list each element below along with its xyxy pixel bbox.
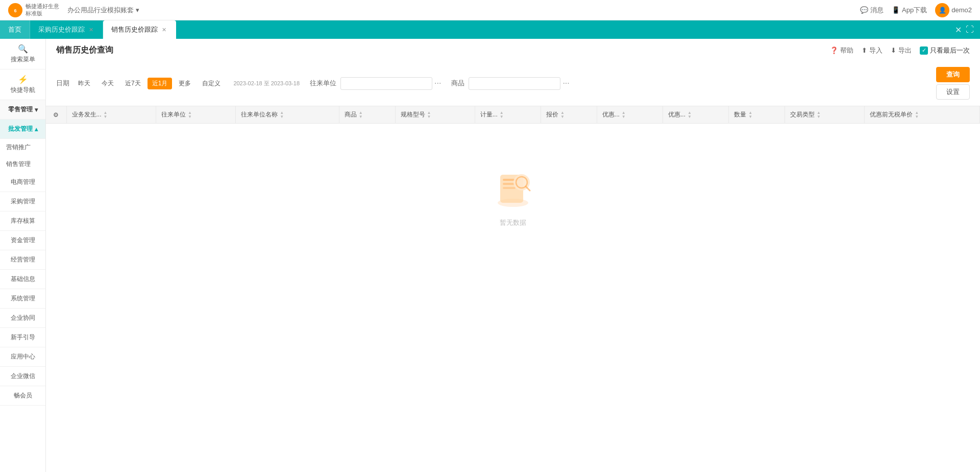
th-biz-date[interactable]: 业务发生... ▲▼	[66, 106, 156, 124]
workspace-selector[interactable]: 办公用品行业模拟账套 ▾	[63, 4, 143, 17]
sidebar-sub-sales-mgmt[interactable]: 销售管理	[0, 156, 45, 173]
th-qty[interactable]: 数量 ▲▼	[729, 106, 785, 124]
sidebar-item-purchase-mgmt[interactable]: 采购管理	[0, 192, 45, 211]
date-btn-more[interactable]: 更多	[174, 78, 195, 89]
sidebar-item-enterprise-wechat[interactable]: 企业微信	[0, 367, 45, 386]
sidebar-item-search[interactable]: 🔍 搜索菜单	[0, 39, 45, 69]
help-button[interactable]: ❓ 帮助	[830, 46, 853, 55]
logo-icon: 6	[8, 3, 22, 17]
th-unit[interactable]: 计量... ▲▼	[475, 106, 541, 124]
tab-purchase-history[interactable]: 采购历史价跟踪 ✕	[30, 20, 103, 39]
header-right: 💬 消息 📱 App下载 👤 demo2	[860, 3, 972, 17]
table-header-row: ⚙ 业务发生... ▲▼ 往来单位 ▲▼	[46, 106, 980, 124]
th-unit-code[interactable]: 往来单位 ▲▼	[156, 106, 236, 124]
import-icon: ⬆	[862, 46, 867, 54]
top-header: 6 畅捷通好生意 标准版 办公用品行业模拟账套 ▾ 💬 消息 📱 App下载 👤	[0, 0, 980, 20]
sidebar-wholesale-mgmt-label: 批发管理	[8, 125, 33, 133]
th-goods[interactable]: 商品 ▲▼	[339, 106, 395, 124]
goods-input-group: ···	[469, 77, 569, 90]
sidebar-item-ecommerce[interactable]: 电商管理	[0, 173, 45, 192]
from-unit-filter-group: 往来单位 ···	[310, 77, 441, 90]
tab-window-actions: ✕ ⛶	[949, 25, 980, 35]
message-icon: 💬	[860, 6, 868, 14]
sidebar-marketing-label: 营销推广	[6, 144, 31, 151]
from-unit-input-group: ···	[340, 77, 441, 90]
th-spec[interactable]: 规格型号 ▲▼	[395, 106, 475, 124]
tab-home[interactable]: 首页	[0, 20, 30, 39]
th-discount1[interactable]: 优惠... ▲▼	[597, 106, 663, 124]
tab-sales-history[interactable]: 销售历史价跟踪 ✕	[103, 20, 176, 39]
chevron-up-icon: ▴	[35, 126, 38, 133]
goods-dots[interactable]: ···	[562, 79, 569, 88]
th-quote[interactable]: 报价 ▲▼	[541, 106, 597, 124]
sidebar-operations-label: 经营管理	[11, 255, 35, 264]
sidebar-item-enterprise-collab[interactable]: 企业协同	[0, 309, 45, 328]
sidebar-search-label: 搜索菜单	[11, 55, 35, 64]
date-btn-custom[interactable]: 自定义	[198, 78, 225, 89]
sidebar-item-wholesale-mgmt[interactable]: 批发管理 ▴	[0, 120, 45, 139]
settings-button[interactable]: 设置	[936, 84, 970, 100]
import-label: 导入	[869, 46, 883, 55]
sidebar-sub-marketing[interactable]: 营销推广	[0, 139, 45, 156]
sidebar-enterprise-collab-label: 企业协同	[11, 314, 35, 322]
date-filter-group: 日期 昨天 今天 近7天 近1月 更多 自定义 2023-02-18 至 202…	[56, 78, 300, 89]
sidebar-item-app-center[interactable]: 应用中心	[0, 347, 45, 367]
help-label: 帮助	[840, 46, 853, 55]
sidebar-purchase-mgmt-label: 采购管理	[11, 197, 35, 206]
maximize-window-icon[interactable]: ⛶	[966, 25, 974, 34]
import-button[interactable]: ⬆ 导入	[862, 46, 883, 55]
sidebar-item-retail-mgmt[interactable]: 零售管理 ▾	[0, 100, 45, 120]
date-btn-yesterday[interactable]: 昨天	[74, 78, 95, 89]
purchase-history-tab-label: 采购历史价跟踪	[38, 25, 85, 34]
goods-input[interactable]	[469, 77, 560, 90]
logo-text: 畅捷通好生意 标准版	[26, 3, 59, 16]
message-action[interactable]: 💬 消息	[860, 6, 884, 15]
close-window-icon[interactable]: ✕	[955, 25, 962, 35]
date-btn-today[interactable]: 今天	[97, 78, 118, 89]
th-gear[interactable]: ⚙	[46, 106, 66, 124]
app-download-label: App下载	[902, 6, 927, 15]
no-data-illustration	[490, 164, 536, 212]
chevron-down-icon: ▾	[136, 6, 139, 14]
page-title-row: 销售历史价查询 ❓ 帮助 ⬆ 导入 ⬇ 导出 ✓	[56, 45, 970, 56]
th-unit-name[interactable]: 往来单位名称 ▲▼	[236, 106, 339, 124]
sidebar-item-member[interactable]: 畅会员	[0, 386, 45, 406]
chevron-down-icon: ▾	[35, 106, 38, 113]
svg-text:6: 6	[14, 8, 16, 13]
query-button[interactable]: 查询	[936, 67, 970, 82]
close-sales-history-tab-icon[interactable]: ✕	[161, 26, 167, 34]
header-left: 6 畅捷通好生意 标准版 办公用品行业模拟账套 ▾	[8, 3, 143, 17]
sidebar-item-operations[interactable]: 经营管理	[0, 250, 45, 270]
th-pre-tax[interactable]: 优惠前无税单价 ▲▼	[865, 106, 980, 124]
sidebar-item-new-guide[interactable]: 新手引导	[0, 328, 45, 347]
date-btn-1month[interactable]: 近1月	[148, 78, 173, 89]
sidebar-item-quick-nav[interactable]: ⚡ 快捷导航	[0, 69, 45, 100]
message-label: 消息	[870, 6, 884, 15]
export-button[interactable]: ⬇ 导出	[891, 46, 912, 55]
sidebar-item-finance[interactable]: 资金管理	[0, 231, 45, 250]
sidebar-item-basic-info[interactable]: 基础信息	[0, 270, 45, 289]
logo-area: 6 畅捷通好生意 标准版	[8, 3, 59, 17]
only-last-checkbox[interactable]: ✓ 只看最后一次	[920, 46, 970, 55]
sidebar-item-inventory[interactable]: 库存核算	[0, 211, 45, 231]
from-unit-label: 往来单位	[310, 79, 336, 88]
sidebar-inventory-label: 库存核算	[11, 217, 35, 225]
date-btn-7days[interactable]: 近7天	[120, 78, 145, 89]
sidebar-item-system[interactable]: 系统管理	[0, 289, 45, 309]
from-unit-input[interactable]	[340, 77, 432, 90]
tab-bar: 首页 采购历史价跟踪 ✕ 销售历史价跟踪 ✕ ✕ ⛶	[0, 20, 980, 39]
app-download-action[interactable]: 📱 App下载	[892, 6, 927, 15]
date-range-text: 2023-02-18 至 2023-03-18	[233, 80, 300, 87]
close-purchase-history-tab-icon[interactable]: ✕	[88, 26, 94, 34]
sidebar-basic-info-label: 基础信息	[11, 275, 35, 284]
th-tx-type[interactable]: 交易类型 ▲▼	[785, 106, 865, 124]
content-area: 销售历史价查询 ❓ 帮助 ⬆ 导入 ⬇ 导出 ✓	[46, 39, 980, 472]
workspace-label: 办公用品行业模拟账套	[67, 6, 134, 15]
svg-rect-6	[503, 187, 516, 189]
user-avatar-action[interactable]: 👤 demo2	[935, 3, 972, 17]
sidebar-enterprise-wechat-label: 企业微信	[11, 372, 35, 381]
page-actions: ❓ 帮助 ⬆ 导入 ⬇ 导出 ✓ 只看最后一次	[830, 46, 970, 55]
main-layout: 🔍 搜索菜单 ⚡ 快捷导航 零售管理 ▾ 批发管理 ▴ 营销推广 销售管理 电商…	[0, 39, 980, 472]
from-unit-dots[interactable]: ···	[434, 79, 441, 88]
th-discount2[interactable]: 优惠... ▲▼	[663, 106, 729, 124]
